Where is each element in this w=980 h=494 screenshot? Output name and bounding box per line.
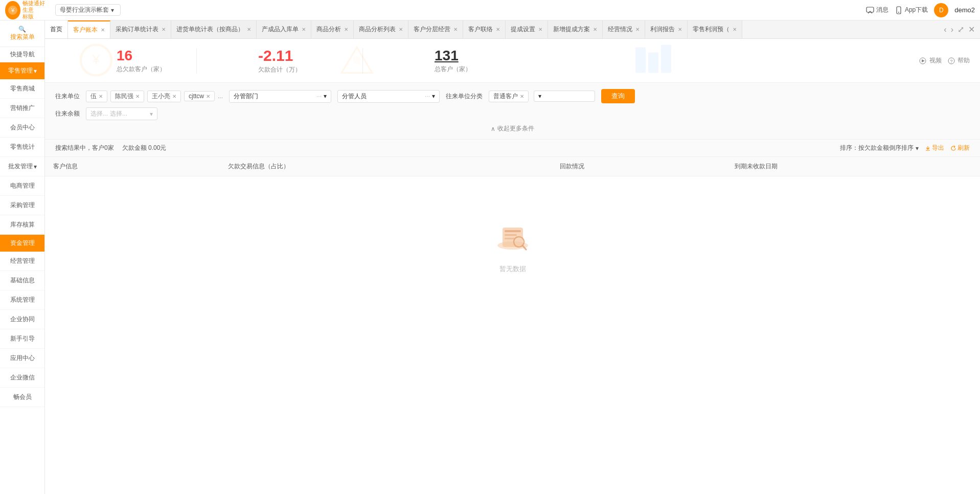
svg-point-5 [81,44,111,75]
sort-select[interactable]: 排序：按欠款金额倒序排序 ▾ [840,144,919,152]
video-icon [919,57,926,64]
chevron-down-icon-sort: ▾ [916,145,919,152]
message-button[interactable]: 消息 [866,6,888,14]
tab-close-icon[interactable]: ✕ [635,27,640,32]
tab-close-icon[interactable]: ✕ [101,27,105,33]
tab-business-status[interactable]: 经营情况 ✕ [603,20,645,39]
collapse-button[interactable]: ∧ 收起更多条件 [491,124,534,133]
filter-tag-wang-close[interactable]: ✕ [172,94,176,99]
sidebar-item-enterprise[interactable]: 企业协同 [0,310,44,329]
filter-tag-wang: 王小亮 ✕ [147,91,181,102]
person-filter-select[interactable]: 分管人员 ··· ▾ [337,90,440,103]
video-button[interactable]: 视频 [919,56,941,65]
tab-commission-settings[interactable]: 提成设置 ✕ [506,20,548,39]
data-table: 客户信息 欠款交易信息（占比） 回款情况 到期未收款日期 [45,157,980,315]
sidebar-item-guide[interactable]: 新手引导 [0,329,44,349]
sidebar-item-wechat[interactable]: 企业微信 [0,368,44,388]
category-filter-select[interactable]: ▾ [534,91,595,102]
tab-prev-button[interactable]: ‹ [943,24,947,35]
balance-filter-label: 往来余额 [55,109,80,118]
stat-debt-label: 欠款合计（万） [258,65,301,74]
dept-filter-select[interactable]: 分管部门 ··· ▾ [229,90,331,103]
username: demo2 [954,6,975,14]
tab-close-icon[interactable]: ✕ [344,27,348,32]
tab-customer-ledger[interactable]: 客户账本 ✕ [68,20,110,39]
tab-close-all-button[interactable]: ✕ [967,24,976,35]
top-right-area: 消息 App下载 D demo2 [866,3,975,17]
filter-tag-cjttcw-close[interactable]: ✕ [206,94,210,99]
help-icon: ? [948,57,955,64]
tab-home[interactable]: 首页 [45,20,68,39]
chevron-down-icon-balance: ▾ [150,110,153,118]
tab-close-icon[interactable]: ✕ [496,27,500,32]
tab-customer-tier[interactable]: 客户分层经营 ✕ [408,20,463,39]
refresh-icon [950,145,956,151]
filter-tag-chen-close[interactable]: ✕ [135,94,140,99]
svg-rect-19 [505,238,515,239]
stat-total-debt: -2.11 欠款合计（万） [258,47,301,74]
sidebar-item-operations[interactable]: 经营管理 [0,252,44,271]
tab-close-icon[interactable]: ✕ [538,27,542,32]
stat-debtors-value: 16 [117,48,132,64]
tab-close-icon[interactable]: ✕ [302,27,306,32]
tab-expand-button[interactable]: ⤢ [956,24,965,35]
filter-more-button[interactable]: ... [218,93,223,100]
sidebar-search[interactable]: 🔍 搜索菜单 [0,20,44,47]
tab-retail-profit[interactable]: 零售利润预（ ✕ [688,20,742,39]
tab-close-icon[interactable]: ✕ [247,27,251,32]
content-area: 首页 客户账本 ✕ 采购订单统计表 ✕ 进货单统计表（按商品） ✕ 产成品入库单… [45,20,980,494]
stat-customers-label: 总客户（家） [435,65,471,74]
sidebar-item-member[interactable]: 畅会员 [0,388,44,407]
export-button[interactable]: 导出 [925,144,944,152]
app-download-button[interactable]: App下载 [895,6,928,14]
empty-text: 暂无数据 [499,264,526,274]
tab-purchase-product-stats[interactable]: 进货单统计表（按商品） ✕ [171,20,257,39]
query-button[interactable]: 查询 [601,89,635,103]
tab-close-icon[interactable]: ✕ [678,27,682,32]
tab-profit-report[interactable]: 利润报告 ✕ [645,20,688,39]
empty-illustration [487,217,538,258]
sidebar-item-retail-mall[interactable]: 零售商城 [0,79,44,99]
tab-new-commission[interactable]: 新增提成方案 ✕ [548,20,603,39]
tab-close-icon[interactable]: ✕ [399,27,403,32]
tabs-bar: 首页 客户账本 ✕ 采购订单统计表 ✕ 进货单统计表（按商品） ✕ 产成品入库单… [45,20,980,39]
tab-product-inbound[interactable]: 产成品入库单 ✕ [257,20,311,39]
stat-bg-icon-2 [336,42,377,78]
tab-close-icon[interactable]: ✕ [162,27,166,32]
tab-next-button[interactable]: › [950,24,954,35]
tab-close-icon[interactable]: ✕ [733,27,737,32]
sidebar-item-finance[interactable]: 资金管理 [0,235,44,252]
filter-row-1: 往来单位 伍 ✕ 陈民强 ✕ 王小亮 [55,89,970,103]
unit-filter-label: 往来单位 [55,92,80,101]
refresh-button[interactable]: 刷新 [950,144,970,152]
balance-filter-select[interactable]: 选择... 选择... ▾ [86,107,157,120]
sidebar-item-purchase[interactable]: 采购管理 [0,196,44,215]
sidebar-item-retail-stats[interactable]: 零售统计 [0,138,44,157]
sidebar-item-inventory[interactable]: 库存核算 [0,215,44,235]
sidebar-item-app-center[interactable]: 应用中心 [0,349,44,368]
tab-close-icon[interactable]: ✕ [593,27,597,32]
sidebar-item-wholesale-mgmt[interactable]: 批发管理 ▾ [0,157,44,176]
sidebar-item-member-center[interactable]: 会员中心 [0,118,44,138]
svg-rect-18 [505,234,517,236]
tab-purchase-stats[interactable]: 采购订单统计表 ✕ [110,20,171,39]
sidebar-item-retail-mgmt[interactable]: 零售管理 ▾ [0,62,44,79]
svg-text:¥: ¥ [11,7,15,13]
sidebar-item-marketing[interactable]: 营销推广 [0,99,44,118]
avatar[interactable]: D [934,3,948,17]
tab-customer-contact[interactable]: 客户联络 ✕ [463,20,506,39]
chevron-down-icon-cat: ▾ [538,93,541,100]
filter-tag-normal-close[interactable]: ✕ [520,94,524,99]
help-button[interactable]: ? 帮助 [948,56,970,65]
tab-product-list[interactable]: 商品分析列表 ✕ [354,20,408,39]
tab-close-icon[interactable]: ✕ [453,27,458,32]
filters-area: 往来单位 伍 ✕ 陈民强 ✕ 王小亮 [45,83,980,140]
stat-customers-value: 131 [435,48,459,64]
sidebar-item-ecommerce[interactable]: 电商管理 [0,176,44,196]
sidebar-quick-nav[interactable]: 快捷导航 [0,47,44,62]
filter-tag-wu-close[interactable]: ✕ [99,94,103,99]
tab-product-analysis[interactable]: 商品分析 ✕ [311,20,354,39]
sidebar-item-basic-info[interactable]: 基础信息 [0,271,44,290]
workspace-selector[interactable]: 母婴行业演示帐套 ▾ [55,4,121,16]
sidebar-item-system[interactable]: 系统管理 [0,290,44,310]
